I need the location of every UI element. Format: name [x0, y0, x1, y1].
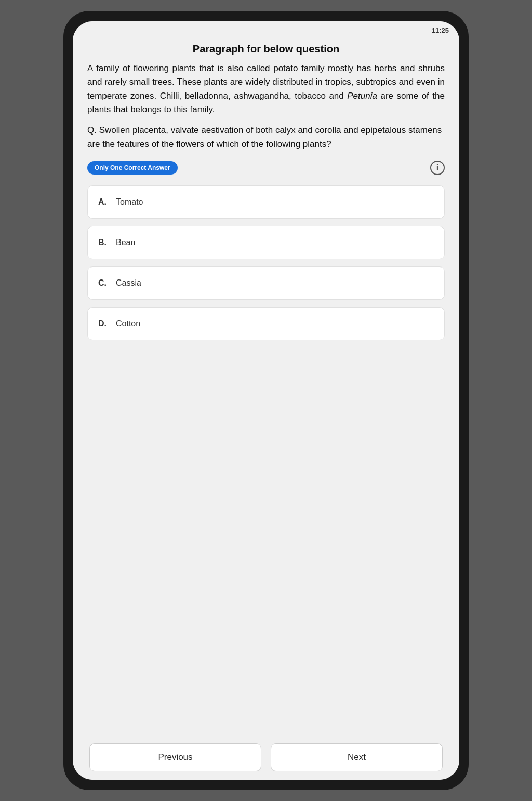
option-a-text: Tomato — [116, 197, 143, 207]
option-d[interactable]: D. Cotton — [87, 307, 445, 340]
option-b[interactable]: B. Bean — [87, 226, 445, 259]
option-c[interactable]: C. Cassia — [87, 266, 445, 300]
option-b-letter: B. — [98, 238, 109, 247]
option-d-letter: D. — [98, 319, 109, 328]
status-bar: 11:25 — [73, 21, 459, 37]
question-text: Q. Swollen placenta, valvate aestivation… — [87, 124, 445, 151]
content-area: Paragraph for below question A family of… — [73, 37, 459, 780]
next-button[interactable]: Next — [271, 743, 443, 771]
paragraph-title: Paragraph for below question — [87, 42, 445, 56]
answer-type-row: Only One Correct Answer i — [87, 161, 445, 175]
option-b-text: Bean — [116, 238, 135, 247]
status-time: 11:25 — [432, 26, 449, 34]
option-d-text: Cotton — [116, 319, 140, 328]
option-c-letter: C. — [98, 278, 109, 288]
paragraph-body: A family of flowering plants that is als… — [87, 62, 445, 116]
phone-screen: 11:25 Paragraph for below question A fam… — [73, 21, 459, 780]
option-a-letter: A. — [98, 197, 109, 207]
answer-type-badge: Only One Correct Answer — [87, 161, 178, 175]
nav-buttons: Previous Next — [87, 743, 445, 771]
phone-frame: 11:25 Paragraph for below question A fam… — [63, 11, 469, 790]
options-list: A. Tomato B. Bean C. Cassia D. Cotton — [87, 185, 445, 340]
option-a[interactable]: A. Tomato — [87, 185, 445, 219]
option-c-text: Cassia — [116, 278, 141, 288]
previous-button[interactable]: Previous — [89, 743, 261, 771]
info-icon[interactable]: i — [430, 161, 445, 175]
